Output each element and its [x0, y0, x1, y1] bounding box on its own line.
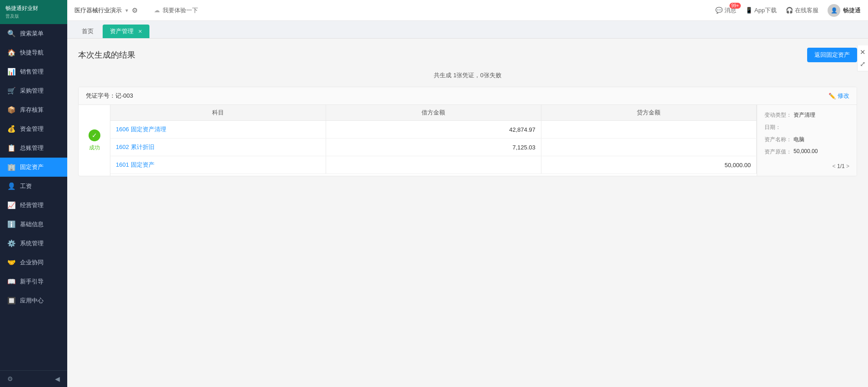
- sidebar-item-label: 基础信息: [20, 220, 44, 228]
- sidebar-item-base-info[interactable]: ℹ️ 基础信息: [0, 215, 67, 234]
- sidebar-item-label: 销售管理: [20, 68, 44, 76]
- payroll-icon: 👤: [7, 182, 15, 190]
- collapse-icon[interactable]: ◀: [55, 375, 60, 382]
- sidebar-item-label: 采购管理: [20, 87, 44, 95]
- app-download-icon: 📱: [745, 7, 753, 14]
- debit-cell: 42,874.97: [326, 121, 541, 139]
- panel-close-button[interactable]: ✕: [860, 48, 866, 56]
- sidebar-item-purchase[interactable]: 🛒 采购管理: [0, 81, 67, 100]
- settings-gear-icon[interactable]: ⚙: [132, 6, 138, 15]
- tab-close-button[interactable]: ✕: [138, 29, 142, 34]
- change-type-value: 资产清理: [794, 111, 815, 119]
- voucher-edit-button[interactable]: ✏️ 修改: [828, 92, 849, 100]
- subject-cell[interactable]: 1606 固定资产清理: [110, 121, 326, 139]
- sidebar-item-label: 总账管理: [20, 144, 44, 152]
- success-icon: ✓: [89, 129, 100, 141]
- app-download-button[interactable]: 📱 App下载: [745, 6, 777, 15]
- sidebar: 畅捷通好业财 普及版 🔍 搜索菜单 🏠 快捷导航 📊 销售管理 🛒 采购管理 📦…: [0, 0, 67, 387]
- app-center-icon: 🔲: [7, 297, 15, 305]
- table-row: 1602 累计折旧 7,125.03: [110, 139, 757, 156]
- sidebar-item-app-center[interactable]: 🔲 应用中心: [0, 291, 67, 310]
- sidebar-item-search[interactable]: 🔍 搜索菜单: [0, 24, 67, 43]
- sales-icon: 📊: [7, 68, 15, 76]
- date-label: 日期：: [764, 124, 789, 131]
- pagination: < 1/1 >: [764, 163, 849, 169]
- info-asset-original: 资产原值： 50,000.00: [764, 148, 849, 156]
- page-header: 本次生成的结果 返回固定资产: [78, 48, 857, 62]
- sidebar-footer: ⚙ ◀: [0, 370, 67, 387]
- service-label: 在线客服: [795, 6, 818, 15]
- app-name: 畅捷通好业财: [5, 5, 38, 12]
- topbar-left: 医疗器械行业演示 ▾ ⚙ ☁ 我要体验一下: [74, 6, 198, 15]
- status-text: 成功: [89, 144, 100, 152]
- message-button[interactable]: 💬 消息 99+: [715, 6, 736, 15]
- system-icon: ⚙️: [7, 239, 15, 248]
- change-type-label: 变动类型：: [764, 111, 792, 119]
- service-icon: 🎧: [786, 7, 793, 14]
- return-button[interactable]: 返回固定资产: [807, 48, 857, 62]
- info-asset-name: 资产名称： 电脑: [764, 136, 849, 144]
- company-dropdown-icon[interactable]: ▾: [125, 7, 128, 14]
- online-service-button[interactable]: 🎧 在线客服: [786, 6, 818, 15]
- sidebar-item-guide[interactable]: 📖 新手引导: [0, 272, 67, 291]
- sidebar-item-label: 固定资产: [20, 163, 44, 171]
- pagination-prev[interactable]: <: [833, 163, 836, 169]
- sidebar-item-system[interactable]: ⚙️ 系统管理: [0, 234, 67, 253]
- settings-icon[interactable]: ⚙: [7, 375, 13, 382]
- voucher-table-area: 科目 借方金额 贷方金额 1606 固定资产清理 42,874.97: [110, 105, 757, 176]
- table-row: 1601 固定资产 50,000.00: [110, 156, 757, 174]
- voucher-body: ✓ 成功 科目 借方金额 贷方金额: [79, 105, 857, 176]
- pagination-current: 1/1: [837, 163, 846, 169]
- summary-text: 共生成 1张凭证，0张失败: [434, 72, 501, 79]
- sidebar-item-enterprise[interactable]: 🤝 企业协同: [0, 253, 67, 272]
- info-change-type: 变动类型： 资产清理: [764, 111, 849, 119]
- sidebar-item-fund[interactable]: 💰 资金管理: [0, 119, 67, 139]
- voucher-side-info: 变动类型： 资产清理 日期： 资产名称： 电脑 资产原值：: [757, 105, 857, 176]
- operation-icon: 📈: [7, 201, 15, 209]
- subject-cell[interactable]: 1602 累计折旧: [110, 139, 326, 156]
- page-content: 本次生成的结果 返回固定资产 共生成 1张凭证，0张失败 凭证字号：记-003 …: [67, 39, 868, 387]
- sidebar-item-fixed-asset[interactable]: 🏢 固定资产: [0, 158, 67, 177]
- asset-original-value: 50,000.00: [794, 148, 818, 154]
- sidebar-item-label: 应用中心: [20, 297, 44, 305]
- pagination-next[interactable]: >: [846, 163, 849, 169]
- topbar: 医疗器械行业演示 ▾ ⚙ ☁ 我要体验一下 💬 消息 99+ 📱 App下载: [67, 0, 868, 21]
- sidebar-item-ledger[interactable]: 📋 总账管理: [0, 139, 67, 158]
- voucher-header: 凭证字号：记-003 ✏️ 修改: [79, 87, 857, 105]
- sidebar-item-label: 工资: [20, 182, 32, 190]
- tab-asset-mgmt[interactable]: 资产管理 ✕: [103, 25, 149, 38]
- guide-icon: 📖: [7, 278, 15, 286]
- app-download-label: App下载: [754, 6, 777, 15]
- voucher-code: 凭证字号：记-003: [86, 92, 133, 100]
- sidebar-item-inventory[interactable]: 📦 库存核算: [0, 100, 67, 119]
- table-row: 1606 固定资产清理 42,874.97: [110, 121, 757, 139]
- credit-cell: 50,000.00: [541, 156, 756, 174]
- sidebar-item-sales[interactable]: 📊 销售管理: [0, 62, 67, 81]
- tab-home[interactable]: 首页: [74, 25, 101, 38]
- topbar-right: 💬 消息 99+ 📱 App下载 🎧 在线客服 👤 畅捷通: [715, 4, 861, 17]
- sidebar-nav: 🔍 搜索菜单 🏠 快捷导航 📊 销售管理 🛒 采购管理 📦 库存核算 💰 资金管…: [0, 24, 67, 370]
- experience-label[interactable]: 我要体验一下: [163, 6, 198, 15]
- user-profile[interactable]: 👤 畅捷通: [828, 4, 861, 17]
- fund-icon: 💰: [7, 125, 15, 133]
- company-name[interactable]: 医疗器械行业演示: [74, 6, 122, 15]
- voucher-status-col: ✓ 成功: [79, 105, 110, 176]
- purchase-icon: 🛒: [7, 87, 15, 95]
- info-date: 日期：: [764, 124, 849, 131]
- panel-expand-button[interactable]: ⤢: [860, 60, 866, 68]
- experience-area: ☁ 我要体验一下: [154, 6, 198, 15]
- credit-cell: [541, 121, 756, 139]
- sidebar-header: 畅捷通好业财 普及版: [0, 0, 67, 24]
- sidebar-item-quick-nav[interactable]: 🏠 快捷导航: [0, 43, 67, 62]
- main: 医疗器械行业演示 ▾ ⚙ ☁ 我要体验一下 💬 消息 99+ 📱 App下载: [67, 0, 868, 387]
- sidebar-item-label: 经营管理: [20, 201, 44, 209]
- sidebar-item-label: 系统管理: [20, 239, 44, 248]
- cloud-icon: ☁: [154, 7, 160, 14]
- sidebar-item-payroll[interactable]: 👤 工资: [0, 177, 67, 196]
- subject-cell[interactable]: 1601 固定资产: [110, 156, 326, 174]
- sidebar-item-operation[interactable]: 📈 经营管理: [0, 196, 67, 215]
- voucher-card: 凭证字号：记-003 ✏️ 修改 ✓ 成功: [78, 87, 857, 176]
- base-info-icon: ℹ️: [7, 220, 15, 228]
- col-header-subject: 科目: [110, 105, 326, 121]
- summary-bar: 共生成 1张凭证，0张失败: [78, 71, 857, 79]
